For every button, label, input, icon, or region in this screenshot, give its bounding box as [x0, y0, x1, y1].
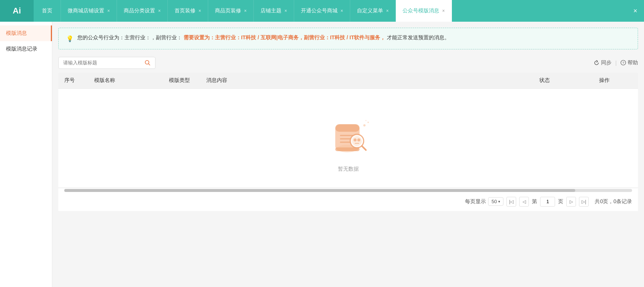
nav-tab-close-product[interactable]: × [244, 8, 247, 13]
svg-point-19 [365, 120, 366, 121]
prev-page-button[interactable]: ◁ [519, 197, 529, 207]
svg-point-18 [367, 122, 369, 123]
content-area: 💡 您的公众号行业为：主营行业：，副营行业： 需要设置为：主营行业：IT科技 /… [52, 22, 644, 287]
divider: | [615, 60, 617, 66]
nav-tab-label-homepage: 首页装修 [175, 7, 195, 14]
help-icon: ? [620, 60, 626, 65]
nav-tab-product[interactable]: 商品页装修× [208, 0, 254, 22]
nav-tab-label-template: 公众号模版消息 [403, 7, 439, 14]
nav-tab-theme[interactable]: 店铺主题× [254, 0, 294, 22]
nav-tab-close-weishop[interactable]: × [107, 8, 110, 13]
nav-tab-category[interactable]: 商品分类设置× [117, 0, 168, 22]
sync-label: 同步 [601, 59, 611, 66]
page-input[interactable] [540, 197, 555, 207]
nav-tab-homepage[interactable]: 首页装修× [168, 0, 208, 22]
per-page-select[interactable]: 50 ▾ [488, 197, 503, 206]
nav-tab-close-custommenu[interactable]: × [386, 8, 389, 13]
nav-tab-close-homepage[interactable]: × [198, 8, 201, 13]
sidebar-item-template-msg[interactable]: 模版消息 [0, 25, 52, 41]
svg-rect-6 [335, 124, 360, 132]
notice-highlight: 需要设置为：主营行业：IT科技 / 互联网|电子商务，副营行业：IT科技 / I… [184, 34, 386, 40]
svg-text:?: ? [622, 61, 624, 65]
nav-tab-close-category[interactable]: × [158, 8, 161, 13]
notice-suffix: 才能正常发送预置的消息。 [387, 34, 450, 40]
search-area [58, 57, 155, 69]
table-body: 暂无数据 [58, 88, 638, 187]
nav-tabs: 首页微商城店铺设置×商品分类设置×首页装修×商品页装修×店铺主题×开通公众号商城… [34, 0, 626, 22]
scrollbar-thumb[interactable] [64, 189, 575, 192]
nav-tab-close-template[interactable]: × [442, 8, 445, 13]
search-button[interactable] [140, 57, 155, 68]
nav-tab-label-category: 商品分类设置 [124, 7, 155, 14]
empty-state-row: 暂无数据 [58, 88, 638, 187]
col-header-seq: 序号 [58, 73, 88, 89]
notice-box: 💡 您的公众号行业为：主营行业：，副营行业： 需要设置为：主营行业：IT科技 /… [58, 28, 638, 49]
nav-tab-weishop[interactable]: 微商城店铺设置× [61, 0, 117, 22]
empty-illustration [324, 111, 373, 160]
notice-text: 您的公众号行业为：主营行业：，副营行业： 需要设置为：主营行业：IT科技 / 互… [77, 33, 630, 42]
pagination-summary: 共0页，0条记录 [595, 198, 632, 205]
help-button[interactable]: ? 帮助 [620, 59, 638, 66]
page-label-post: 页 [558, 198, 563, 205]
header-row: 序号 模版名称 模版类型 消息内容 状态 操作 [58, 73, 638, 89]
nav-tab-custommenu[interactable]: 自定义菜单× [350, 0, 396, 22]
first-page-button[interactable]: |◁ [506, 197, 516, 207]
per-page-selector: 每页显示 50 ▾ [465, 197, 503, 206]
col-header-content: 消息内容 [200, 73, 533, 89]
sidebar: 模版消息模版消息记录 [0, 22, 52, 287]
last-page-button[interactable]: ▷| [579, 197, 589, 207]
table-container: 序号 模版名称 模版类型 消息内容 状态 操作 [58, 73, 638, 211]
svg-point-15 [357, 138, 360, 141]
nav-tab-label-official: 开通公众号商城 [301, 7, 338, 14]
svg-point-12 [352, 136, 362, 146]
nav-tab-label-product: 商品页装修 [215, 7, 241, 14]
help-label: 帮助 [628, 59, 638, 66]
nav-tab-close-theme[interactable]: × [284, 8, 287, 13]
main-layout: 模版消息模版消息记录 💡 您的公众号行业为：主营行业：，副营行业： 需要设置为：… [0, 22, 644, 287]
top-nav: Ai 首页微商城店铺设置×商品分类设置×首页装修×商品页装修×店铺主题×开通公众… [0, 0, 644, 22]
horizontal-scrollbar[interactable] [58, 188, 638, 192]
per-page-value: 50 [492, 199, 497, 204]
sync-icon [594, 60, 600, 66]
page-label-pre: 第 [532, 198, 537, 205]
toolbar: 同步 | ? 帮助 [58, 57, 638, 69]
col-header-type: 模版类型 [163, 73, 200, 89]
svg-point-14 [354, 138, 357, 141]
svg-line-1 [149, 64, 150, 65]
empty-state: 暂无数据 [58, 89, 638, 187]
next-page-button[interactable]: ▷ [566, 197, 576, 207]
nav-tab-label-theme: 店铺主题 [261, 7, 281, 14]
nav-tab-close-official[interactable]: × [341, 8, 343, 13]
bulb-icon: 💡 [66, 34, 74, 44]
nav-tab-label-custommenu: 自定义菜单 [357, 7, 383, 14]
scrollbar-track [64, 189, 632, 192]
chevron-down-icon: ▾ [498, 199, 500, 204]
svg-point-17 [363, 124, 366, 126]
col-header-status: 状态 [533, 73, 593, 89]
notice-prefix: 您的公众号行业为：主营行业：，副营行业： [77, 34, 182, 40]
empty-text: 暂无数据 [338, 166, 359, 172]
table-header: 序号 模版名称 模版类型 消息内容 状态 操作 [58, 73, 638, 89]
data-table: 序号 模版名称 模版类型 消息内容 状态 操作 [58, 73, 638, 188]
logo: Ai [0, 0, 34, 22]
per-page-label: 每页显示 [465, 198, 486, 205]
col-header-name: 模版名称 [88, 73, 163, 89]
sidebar-item-template-log[interactable]: 模版消息记录 [0, 41, 52, 57]
nav-tab-label-home: 首页 [42, 7, 52, 14]
sync-button[interactable]: 同步 [594, 59, 611, 66]
nav-tab-home[interactable]: 首页 [34, 0, 61, 22]
nav-tab-official[interactable]: 开通公众号商城× [294, 0, 350, 22]
pagination: 每页显示 50 ▾ |◁ ◁ 第 页 ▷ ▷| 共0页，0条记录 [58, 192, 638, 211]
col-header-action: 操作 [593, 73, 638, 89]
nav-tab-label-weishop: 微商城店铺设置 [68, 7, 104, 14]
global-close-button[interactable]: × [626, 7, 644, 15]
toolbar-right: 同步 | ? 帮助 [594, 59, 638, 66]
search-icon [145, 60, 151, 66]
nav-tab-template[interactable]: 公众号模版消息× [396, 0, 452, 22]
svg-line-13 [362, 146, 366, 150]
empty-state-cell: 暂无数据 [58, 88, 638, 187]
search-input[interactable] [59, 57, 140, 68]
